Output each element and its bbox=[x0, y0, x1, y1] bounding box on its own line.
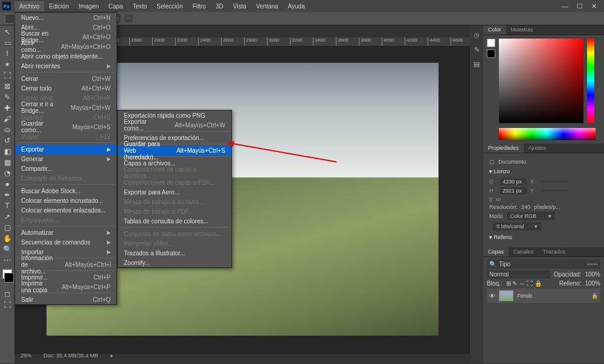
eraser-tool-icon[interactable]: ◧ bbox=[1, 146, 13, 157]
color-picker-field[interactable] bbox=[499, 39, 583, 123]
fill-value[interactable]: 100% bbox=[585, 280, 600, 287]
menu-item[interactable]: Generar▶ bbox=[15, 154, 117, 164]
minimize-icon[interactable]: — bbox=[562, 2, 568, 10]
layer-row[interactable]: 👁 Fondo 🔒 bbox=[487, 289, 600, 303]
lock-icons[interactable]: ⊞ ✎ ↔ ⛶ 🔒 bbox=[506, 280, 542, 287]
menu-item[interactable]: Abrir como objeto inteligente... bbox=[15, 51, 117, 61]
filter-icons[interactable]: ▫▫▫▫▫ bbox=[587, 261, 598, 267]
lock-icon[interactable]: 🔒 bbox=[591, 293, 598, 299]
x-value[interactable] bbox=[541, 181, 568, 182]
active-tool-icon[interactable] bbox=[5, 14, 14, 24]
eyedropper-tool-icon[interactable]: ✎ bbox=[1, 92, 13, 103]
opacity-value[interactable]: 100% bbox=[585, 271, 600, 278]
orient-portrait-icon[interactable]: ▯ bbox=[489, 196, 492, 202]
menu-item[interactable]: Buscar Adobe Stock... bbox=[15, 186, 117, 196]
menu-item[interactable]: Guardar para Web (heredado)...Alt+Mayús+… bbox=[118, 145, 231, 155]
tab-capas[interactable]: Capas bbox=[483, 247, 509, 257]
history-brush-icon[interactable]: ↺ bbox=[1, 135, 13, 146]
heal-tool-icon[interactable]: ✚ bbox=[1, 103, 13, 113]
menu-texto[interactable]: Texto bbox=[127, 1, 152, 11]
frame-tool-icon[interactable]: ⊠ bbox=[1, 81, 13, 92]
res-unit[interactable]: píxeles/p... bbox=[534, 204, 561, 210]
menu-item[interactable]: Exportar▶ bbox=[15, 144, 117, 154]
menu-item[interactable]: Colocar elementos enlazados... bbox=[15, 205, 117, 215]
shape-tool-icon[interactable]: ▢ bbox=[1, 222, 13, 233]
move-tool-icon[interactable]: ↖ bbox=[1, 27, 13, 37]
width-value[interactable]: 4230 px bbox=[500, 178, 527, 185]
edit-toolbar-icon[interactable]: ⋯ bbox=[1, 255, 13, 266]
depth-select[interactable]: 8 bits/canal▾ bbox=[493, 222, 541, 231]
bg-swatch[interactable] bbox=[487, 49, 495, 58]
tab-color[interactable]: Color bbox=[483, 25, 506, 34]
zoom-tool-icon[interactable]: 🔍 bbox=[1, 244, 13, 255]
brush-panel-icon[interactable]: ✎ bbox=[472, 45, 481, 54]
menu-3d[interactable]: 3D bbox=[211, 1, 228, 11]
menu-item[interactable]: Información de archivo...Alt+Mayús+Ctrl+… bbox=[15, 260, 117, 269]
crop-tool-icon[interactable]: ⛶ bbox=[1, 70, 13, 81]
menu-item[interactable]: Cerrar e ir a Bridge...Mayús+Ctrl+W bbox=[15, 103, 117, 112]
hue-slider[interactable] bbox=[587, 39, 594, 123]
menu-filtro[interactable]: Filtro bbox=[188, 1, 211, 11]
menu-item[interactable]: Compartir... bbox=[15, 164, 117, 173]
spectrum-bar[interactable] bbox=[499, 128, 596, 140]
menu-item[interactable]: Trazados a Illustrator... bbox=[118, 248, 231, 258]
menu-item[interactable]: SalirCtrl+Q bbox=[15, 295, 117, 304]
type-tool-icon[interactable]: T bbox=[1, 200, 13, 211]
menu-item[interactable]: Abrir recientes▶ bbox=[15, 61, 117, 71]
menu-item[interactable]: Nuevo...Ctrl+N bbox=[15, 13, 117, 22]
tab-canales[interactable]: Canales bbox=[509, 247, 538, 257]
history-panel-icon[interactable]: ◷ bbox=[472, 30, 481, 40]
actions-panel-icon[interactable]: ▤ bbox=[472, 59, 481, 69]
tab-trazados[interactable]: Trazados bbox=[538, 247, 570, 257]
wand-tool-icon[interactable]: ✶ bbox=[1, 59, 13, 70]
background-swatch[interactable] bbox=[4, 273, 14, 283]
menu-seleccion[interactable]: Selección bbox=[152, 1, 187, 11]
menu-edicion[interactable]: Edición bbox=[44, 1, 74, 11]
menu-ventana[interactable]: Ventana bbox=[251, 1, 283, 11]
visibility-icon[interactable]: 👁 bbox=[489, 293, 495, 299]
height-value[interactable]: 2921 px bbox=[500, 187, 527, 194]
hand-tool-icon[interactable]: ✋ bbox=[1, 233, 13, 244]
menu-item[interactable]: Automatizar▶ bbox=[15, 228, 117, 237]
zoom-level[interactable]: 25% bbox=[21, 353, 31, 359]
align-icon[interactable]: ⋯ bbox=[124, 14, 133, 24]
brush-tool-icon[interactable]: 🖌 bbox=[1, 113, 13, 124]
menu-imagen[interactable]: Imagen bbox=[74, 1, 103, 11]
menu-capa[interactable]: Capa bbox=[104, 1, 128, 11]
quickmask-icon[interactable]: ◻ bbox=[1, 289, 13, 299]
filter-type[interactable]: Tipo bbox=[499, 261, 510, 267]
menu-item[interactable]: Exportar para Aero... bbox=[118, 187, 231, 197]
path-tool-icon[interactable]: ↗ bbox=[1, 211, 13, 222]
modo-select[interactable]: Color RGB▾ bbox=[507, 212, 555, 220]
chevron-right-icon[interactable]: ▸ bbox=[111, 353, 114, 359]
orient-landscape-icon[interactable]: ▭ bbox=[496, 196, 501, 202]
menu-item[interactable]: Colocar elemento incrustado... bbox=[15, 196, 117, 205]
menu-item[interactable]: Zoomify... bbox=[118, 258, 231, 267]
dodge-tool-icon[interactable]: ● bbox=[1, 179, 13, 190]
blend-mode-select[interactable]: Normal bbox=[487, 270, 550, 278]
blur-tool-icon[interactable]: ◔ bbox=[1, 168, 13, 179]
menu-item[interactable]: Imprimir una copiaAlt+Mayús+Ctrl+P bbox=[15, 282, 117, 292]
screenmode-icon[interactable]: ⛶ bbox=[1, 299, 13, 310]
menu-item[interactable]: Guardar como...Mayús+Ctrl+S bbox=[15, 122, 117, 132]
menu-item[interactable]: Exportar como...Alt+Mayús+Ctrl+W bbox=[118, 120, 231, 130]
res-value[interactable]: 240 bbox=[521, 204, 530, 210]
stamp-tool-icon[interactable]: ⛀ bbox=[1, 124, 13, 135]
y-value[interactable] bbox=[541, 190, 568, 191]
pen-tool-icon[interactable]: ✒ bbox=[1, 190, 13, 200]
menu-item[interactable]: CerrarCtrl+W bbox=[15, 74, 117, 83]
layer-name[interactable]: Fondo bbox=[517, 293, 533, 299]
marquee-tool-icon[interactable]: ▭ bbox=[1, 37, 13, 48]
menu-item[interactable]: Secuencias de comandos▶ bbox=[15, 237, 117, 247]
tab-propiedades[interactable]: Propiedades bbox=[483, 144, 524, 153]
menu-vista[interactable]: Vista bbox=[228, 1, 251, 11]
lasso-tool-icon[interactable]: ⌇ bbox=[1, 48, 13, 59]
menu-item[interactable]: Abrir como...Alt+Mayús+Ctrl+O bbox=[15, 42, 117, 51]
menu-archivo[interactable]: Archivo bbox=[14, 1, 44, 11]
fg-swatch[interactable] bbox=[487, 39, 495, 47]
menu-item[interactable]: Cerrar todoAlt+Ctrl+W bbox=[15, 83, 117, 93]
menu-ayuda[interactable]: Ayuda bbox=[283, 1, 310, 11]
tab-muestras[interactable]: Muestras bbox=[506, 25, 538, 34]
maximize-icon[interactable]: ☐ bbox=[577, 2, 583, 10]
close-icon[interactable]: ✕ bbox=[591, 2, 597, 10]
